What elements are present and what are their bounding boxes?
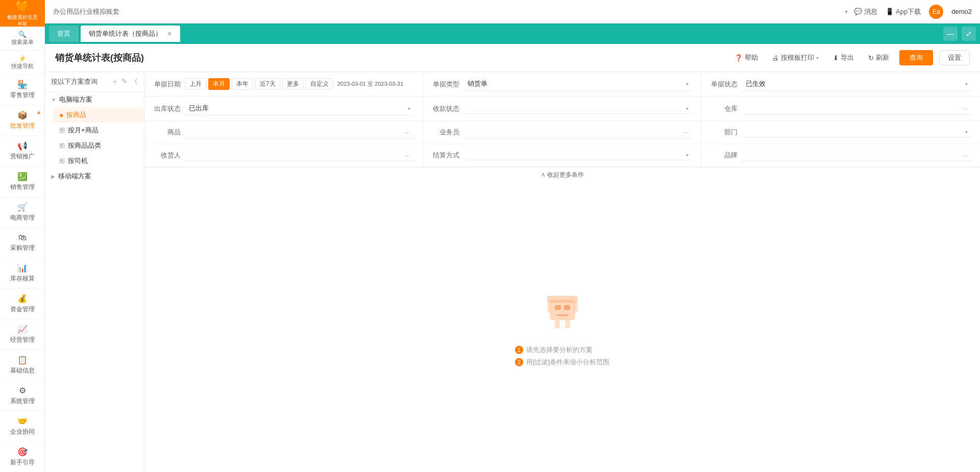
filter-doctype-cell: 单据类型 销货单 ▾	[423, 72, 702, 96]
main-layout: 按以下方案查询 ＋ ✎ 《 ▼ 电脑端方案	[45, 72, 980, 472]
tree-item-mobile[interactable]: ▶ 移动端方案	[45, 169, 144, 184]
refresh-btn[interactable]: ↻ 刷新	[864, 51, 893, 64]
search-menu-item[interactable]: 🔍 搜索菜单	[0, 27, 44, 51]
date-7days-btn[interactable]: 近7天	[255, 78, 280, 90]
sidebar-item-finance[interactable]: 💰 资金管理	[0, 289, 44, 319]
basics-icon: 📋	[17, 355, 28, 365]
tab-expand-btn[interactable]: ⤢	[962, 27, 976, 41]
svg-rect-6	[555, 320, 560, 328]
date-this-month-btn[interactable]: 本月	[208, 78, 230, 90]
sidebar-item-purchase[interactable]: 🛍 采购管理	[0, 228, 44, 258]
left-panel-title: 按以下方案查询	[51, 77, 97, 86]
basics-label: 基础信息	[10, 366, 35, 375]
export-label: 导出	[841, 53, 854, 62]
payment-select[interactable]: ▾	[463, 150, 693, 160]
print-btn[interactable]: 🖨 按模板打印 ▾	[768, 51, 823, 64]
tab-minimize-btn[interactable]: —	[943, 27, 958, 41]
filter-date-cell: 单据日期 上月 本月 本年 近7天 更多 自定义 2023-03-01 至 20…	[144, 72, 423, 96]
filter-warehouse-cell: 仓库 ···	[701, 97, 980, 121]
refresh-icon: ↻	[868, 54, 874, 62]
sidebar-item-inventory[interactable]: 📊 库存核算	[0, 258, 44, 289]
sidebar-item-wholesale[interactable]: 📦 批发管理 ▲	[0, 105, 44, 136]
svg-rect-7	[565, 320, 570, 328]
sidebar-item-ecommerce[interactable]: 🛒 电商管理	[0, 197, 44, 228]
tree-root: ▼ 电脑端方案 ● 按商品 图 按月+商品 图	[45, 92, 144, 184]
docstatus-select[interactable]: 已生效 ▾	[742, 77, 972, 91]
print-label: 按模板打印	[781, 53, 814, 62]
app-download-label: App下载	[896, 7, 921, 16]
user-label: demo2	[951, 8, 972, 15]
month-goods-icon: 图	[59, 127, 65, 134]
message-action[interactable]: 💬 消息	[854, 7, 877, 16]
outstatus-select[interactable]: 已出库 ▾	[185, 102, 414, 115]
inventory-icon: 📊	[17, 263, 28, 273]
sidebar-item-system[interactable]: ⚙ 系统管理	[0, 381, 44, 411]
help-btn[interactable]: ❓ 帮助	[730, 51, 762, 64]
svg-rect-8	[547, 296, 578, 303]
goods-dots: ···	[405, 128, 410, 136]
quick-nav-item[interactable]: ⚡ 快捷导航	[0, 51, 44, 75]
sidebar-item-operations[interactable]: 📈 经营管理	[0, 319, 44, 350]
tab-close-icon[interactable]: ✕	[167, 30, 172, 37]
tab-sales-stats[interactable]: 销货单统计表（按商品） ✕	[81, 26, 180, 42]
sidebar-item-basics[interactable]: 📋 基础信息	[0, 350, 44, 381]
sidebar-item-guide[interactable]: 🎯 新手引导	[0, 442, 44, 472]
tree-child-by-driver[interactable]: 图 按司机	[53, 153, 144, 169]
sidebar-item-collab[interactable]: 🤝 企业协同	[0, 411, 44, 442]
help-label: 帮助	[745, 53, 758, 62]
warehouse-label: 仓库	[709, 104, 738, 113]
guide-label: 新手引导	[10, 458, 35, 467]
topbar: 办公用品行业模拟账套 ▾ 💬 消息 📱 App下载 Ea demo2	[45, 0, 980, 23]
warehouse-select[interactable]: ···	[742, 103, 972, 115]
tabbar-right: — ⤢	[943, 27, 976, 41]
svg-rect-2	[564, 305, 570, 310]
wholesale-icon: 📦	[17, 110, 28, 120]
app-download-action[interactable]: 📱 App下载	[886, 7, 921, 16]
dept-chevron: ▾	[965, 129, 968, 135]
goods-select[interactable]: ···	[185, 126, 414, 138]
tree-child-by-category[interactable]: 图 按商品品类	[53, 138, 144, 153]
sidebar-item-retail[interactable]: 🏪 零售管理	[0, 75, 44, 105]
tree-child-by-goods[interactable]: ● 按商品	[53, 107, 144, 123]
date-last-month-btn[interactable]: 上月	[185, 78, 206, 90]
query-button[interactable]: 查询	[899, 50, 933, 65]
industry-dropdown-icon[interactable]: ▾	[845, 8, 848, 15]
collectstatus-select[interactable]: ▾	[463, 104, 693, 114]
help-icon: ❓	[734, 54, 743, 62]
salesman-select[interactable]: ···	[463, 126, 693, 138]
sidebar-item-marketing[interactable]: 📢 营销推广	[0, 136, 44, 167]
export-btn[interactable]: ⬇ 导出	[829, 51, 858, 64]
tree-item-pc[interactable]: ▼ 电脑端方案	[45, 92, 144, 107]
receiver-select[interactable]: ···	[185, 149, 414, 161]
dept-select[interactable]: ▾	[742, 127, 972, 137]
date-custom-btn[interactable]: 自定义	[306, 78, 333, 90]
by-month-goods-label: 按月+商品	[68, 126, 99, 135]
empty-illustration	[532, 285, 593, 337]
finance-icon: 💰	[17, 294, 28, 303]
svg-rect-3	[556, 314, 569, 316]
sidebar-item-sales[interactable]: 💹 销售管理	[0, 167, 44, 197]
payment-chevron: ▾	[686, 152, 689, 158]
page-actions: ❓ 帮助 🖨 按模板打印 ▾ ⬇ 导出 ↻ 刷新 查询 设置	[730, 50, 970, 65]
outstatus-value: 已出库	[189, 104, 209, 113]
outstatus-chevron: ▾	[408, 106, 410, 111]
tip-num-1: 1	[515, 346, 523, 354]
brand-select[interactable]: ···	[742, 149, 972, 161]
filter-dept-cell: 部门 ▾	[701, 121, 980, 144]
doctype-select[interactable]: 销货单 ▾	[463, 77, 693, 91]
edit-scheme-icon[interactable]: ✎	[121, 77, 128, 86]
collapse-panel-icon[interactable]: 《	[131, 77, 138, 86]
right-panel: 单据日期 上月 本月 本年 近7天 更多 自定义 2023-03-01 至 20…	[144, 72, 980, 472]
settings-button[interactable]: 设置	[939, 50, 970, 65]
avatar[interactable]: Ea	[929, 5, 943, 19]
tree-child-by-month-goods[interactable]: 图 按月+商品	[53, 123, 144, 138]
wholesale-label: 批发管理	[10, 122, 35, 130]
date-more-btn[interactable]: 更多	[282, 78, 304, 90]
finance-label: 资金管理	[10, 305, 35, 314]
date-this-year-btn[interactable]: 本年	[232, 78, 253, 90]
collapse-bar[interactable]: ∧ 收起更多条件	[144, 167, 980, 182]
message-icon: 💬	[854, 8, 862, 15]
avatar-initials: Ea	[933, 8, 940, 15]
add-scheme-icon[interactable]: ＋	[111, 77, 118, 86]
tab-home[interactable]: 首页	[49, 26, 79, 42]
